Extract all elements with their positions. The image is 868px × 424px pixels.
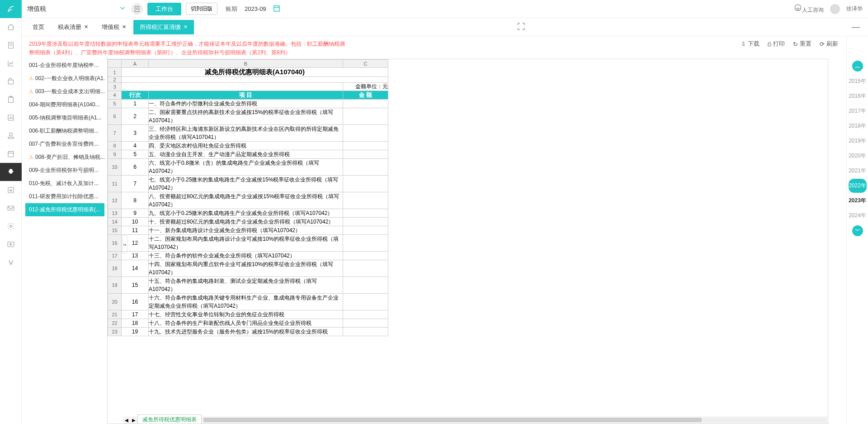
tree-item[interactable]: ⚠002-一般企业收入明细表(A1... xyxy=(25,72,104,85)
year-2016年[interactable]: 2016年 xyxy=(849,89,867,103)
nav-chart-icon[interactable] xyxy=(0,54,22,72)
nav-tax-icon[interactable] xyxy=(0,163,22,181)
tree-item[interactable]: 007-广告费和业务宣传费跨... xyxy=(25,138,104,151)
scroll-track[interactable] xyxy=(203,418,826,422)
doc-circle-icon[interactable] xyxy=(131,3,143,15)
row-number: 19 xyxy=(122,328,149,336)
amount-cell[interactable] xyxy=(343,142,388,150)
tree-item[interactable]: 011-研发费用加计扣除优惠... xyxy=(25,190,104,203)
row-text: 十七、经营性文化事业单位转制为企业的免征企业所得税 xyxy=(149,310,343,319)
amount-cell[interactable] xyxy=(343,218,388,226)
nav-report-icon[interactable] xyxy=(0,109,22,127)
avatar[interactable] xyxy=(830,4,840,14)
nav-clipboard-icon[interactable] xyxy=(0,91,22,109)
year-2019年[interactable]: 2019年 xyxy=(849,134,867,148)
amount-cell[interactable] xyxy=(343,192,388,209)
tree-item[interactable]: 009-企业所得税弥补亏损明... xyxy=(25,164,104,177)
amount-cell[interactable] xyxy=(343,319,388,328)
amount-cell[interactable] xyxy=(343,310,388,319)
tree-item[interactable]: 006-职工薪酬纳税调整明细... xyxy=(25,124,104,138)
amount-cell[interactable] xyxy=(343,252,388,260)
tree-item[interactable]: 005-纳税调整项目明细表(A1... xyxy=(25,111,104,124)
tree-item[interactable]: ⚠008-资产折旧、摊销及纳税... xyxy=(25,151,104,164)
year-2020年[interactable]: 2020年 xyxy=(849,149,867,163)
nav-calendar-icon[interactable] xyxy=(0,145,22,163)
amount-cell[interactable] xyxy=(343,176,388,192)
nav-stamp-icon[interactable] xyxy=(0,127,22,145)
col-header: C xyxy=(343,60,388,68)
year-2021年[interactable]: 2021年 xyxy=(849,164,867,178)
nav-v-icon[interactable] xyxy=(0,253,22,272)
row-text: 四、受灾地区农村信用社免征企业所得税 xyxy=(149,142,343,150)
year-down-icon[interactable]: ︾ xyxy=(852,225,863,236)
row-number: 2 xyxy=(122,108,149,125)
year-2023年[interactable]: 2023年 xyxy=(849,194,867,208)
year-2024年[interactable]: 2024年 xyxy=(849,209,867,223)
row-number: 9 xyxy=(122,209,149,218)
nav-mail-icon[interactable] xyxy=(0,199,22,217)
row-number: 16 xyxy=(122,294,149,310)
column-header: 项 目 xyxy=(149,91,343,100)
close-icon[interactable]: ✕ xyxy=(122,24,126,30)
reset-button[interactable]: ↻ 重置 xyxy=(793,40,811,48)
amount-cell[interactable] xyxy=(343,159,388,176)
year-2015年[interactable]: 2015年 xyxy=(849,74,867,88)
nav-bag-icon[interactable] xyxy=(0,72,22,91)
sheet-title: 减免所得税优惠明细表(A107040) xyxy=(122,68,388,77)
amount-cell[interactable] xyxy=(343,150,388,159)
year-up-icon[interactable]: ︽ xyxy=(852,61,863,71)
consult-link[interactable]: 人工咨询 xyxy=(794,4,824,14)
nav-export-icon[interactable] xyxy=(0,181,22,199)
calendar-icon[interactable] xyxy=(273,4,281,14)
nav-home-icon[interactable] xyxy=(0,18,22,36)
print-button[interactable]: ⎙ 打印 xyxy=(768,40,785,48)
switch-old-button[interactable]: 切到旧版 xyxy=(186,3,217,15)
tab-增值税[interactable]: 增值税✕ xyxy=(95,20,132,34)
close-icon[interactable]: ✕ xyxy=(184,24,188,30)
amount-cell[interactable] xyxy=(343,277,388,294)
tab-bar: 首页税表清册✕增值税✕所得税汇算清缴✕⛶— xyxy=(22,18,868,36)
nav-video-icon[interactable] xyxy=(0,235,22,253)
tree-item[interactable]: 012-减免所得税优惠明细表(... xyxy=(25,203,104,216)
module-title: 增值税 xyxy=(27,5,46,13)
workbench-button[interactable]: 工作台 xyxy=(147,3,181,15)
chevron-down-icon[interactable] xyxy=(118,4,127,14)
row-number: 3 xyxy=(122,125,149,142)
nav-doc-icon[interactable] xyxy=(0,36,22,54)
refresh-button[interactable]: ⟳ 刷新 xyxy=(820,40,838,48)
amount-cell[interactable] xyxy=(343,294,388,310)
tab-首页[interactable]: 首页 xyxy=(26,20,51,34)
warn-icon: ⚠ xyxy=(29,89,33,95)
amount-cell[interactable] xyxy=(343,100,388,108)
tree-item[interactable]: 010-免税、减计收入及加计... xyxy=(25,177,104,190)
minimize-icon[interactable]: — xyxy=(848,22,863,32)
amount-cell[interactable] xyxy=(343,125,388,142)
scroll-thumb[interactable] xyxy=(203,418,702,422)
maximize-icon[interactable]: ⛶ xyxy=(514,22,529,32)
row-number: 6 xyxy=(122,159,149,176)
year-2022年[interactable]: 2022年 xyxy=(849,179,867,193)
amount-cell[interactable] xyxy=(343,226,388,235)
amount-cell[interactable] xyxy=(343,108,388,125)
year-2017年[interactable]: 2017年 xyxy=(849,104,867,118)
tab-税表清册[interactable]: 税表清册✕ xyxy=(52,20,94,34)
tab-所得税汇算清缴[interactable]: 所得税汇算清缴✕ xyxy=(133,20,194,34)
amount-cell[interactable] xyxy=(343,260,388,277)
row-text: 十三、符合条件的软件企业减免企业所得税（填写A107042） xyxy=(149,252,343,260)
amount-cell[interactable] xyxy=(343,209,388,218)
nav-gear-icon[interactable] xyxy=(0,217,22,235)
amount-cell[interactable] xyxy=(343,235,388,252)
tree-item[interactable]: 004-期间费用明细表(A1040... xyxy=(25,98,104,111)
row-text: 十、投资额超过80亿元的集成电路生产企业减免企业所得税（填写A107042） xyxy=(149,218,343,226)
scroll-left-icon[interactable]: ◀ xyxy=(123,418,130,423)
download-button[interactable]: ⇩ 下载 xyxy=(741,40,760,48)
sheet-tab[interactable]: 减免所得税优惠明细表 xyxy=(137,414,202,424)
year-2018年[interactable]: 2018年 xyxy=(849,119,867,133)
row-text: 八、投资额超过80亿元的集成电路生产企业减按15%税率征收企业所得税（填写A10… xyxy=(149,192,343,209)
sheet-footer: ◀ ▶ 减免所得税优惠明细表 xyxy=(123,416,828,424)
scroll-right-icon[interactable]: ▶ xyxy=(130,418,137,423)
period-value[interactable]: 2023-09 xyxy=(245,5,266,12)
tree-item[interactable]: ⚠003-一般企业成本支出明细... xyxy=(25,85,104,98)
close-icon[interactable]: ✕ xyxy=(84,24,88,30)
amount-cell[interactable] xyxy=(343,328,388,336)
